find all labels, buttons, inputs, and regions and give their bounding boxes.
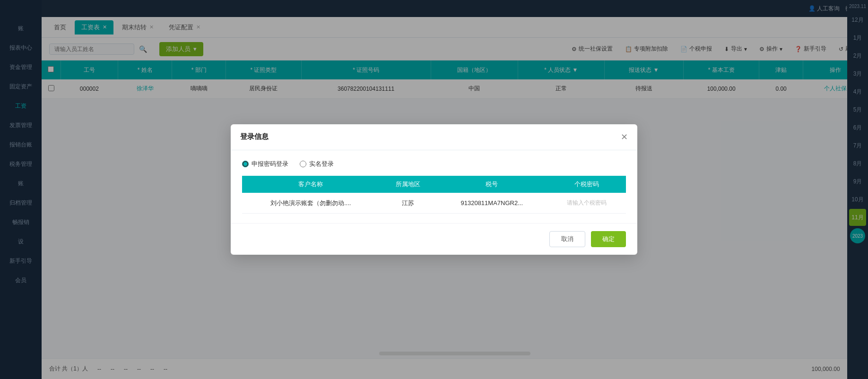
- modal-col-region: 所属地区: [379, 176, 436, 193]
- cancel-button[interactable]: 取消: [549, 231, 585, 247]
- modal-overlay: 登录信息 ✕ 申报密码登录 实名登录 客户名称 所属地区: [0, 0, 868, 379]
- login-info-modal: 登录信息 ✕ 申报密码登录 实名登录 客户名称 所属地区: [231, 124, 637, 255]
- login-type-group: 申报密码登录 实名登录: [242, 160, 626, 168]
- modal-row-region: 江苏: [379, 193, 436, 214]
- modal-col-password: 个税密码: [547, 176, 626, 193]
- modal-table-row: 刘小艳演示账套（勿删勿动.... 江苏 91320811MA7NGR2... 请…: [242, 193, 626, 214]
- modal-header: 登录信息 ✕: [231, 124, 637, 150]
- modal-footer: 取消 确定: [231, 223, 637, 255]
- modal-row-name: 刘小艳演示账套（勿删勿动....: [242, 193, 379, 214]
- radio-申报密码登录[interactable]: 申报密码登录: [242, 160, 288, 168]
- modal-body: 申报密码登录 实名登录 客户名称 所属地区 税号 个税密码: [231, 150, 637, 224]
- modal-title: 登录信息: [240, 132, 269, 141]
- modal-col-name: 客户名称: [242, 176, 379, 193]
- confirm-button[interactable]: 确定: [591, 231, 626, 247]
- client-table: 客户名称 所属地区 税号 个税密码 刘小艳演示账套（勿删勿动.... 江苏 91…: [242, 176, 626, 214]
- modal-col-tax-no: 税号: [436, 176, 547, 193]
- modal-row-tax-no: 91320811MA7NGR2...: [436, 193, 547, 214]
- modal-row-password-input[interactable]: 请输入个税密码: [547, 193, 626, 214]
- radio-realname-input[interactable]: [300, 161, 306, 167]
- radio-实名登录[interactable]: 实名登录: [300, 160, 334, 168]
- modal-close-button[interactable]: ✕: [621, 132, 628, 142]
- radio-password-input[interactable]: [242, 161, 249, 167]
